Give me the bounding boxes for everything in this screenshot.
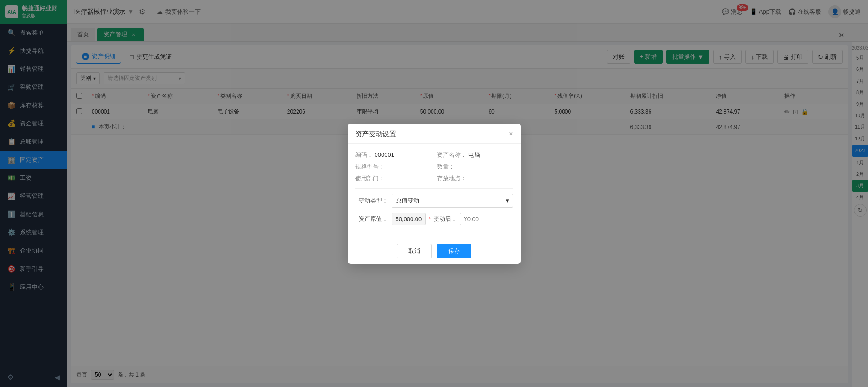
code-value: 000001 [375, 151, 394, 158]
modal-body: 编码： 000001 资产名称： 电脑 规格型号： 数量： 使用部门： [348, 144, 521, 238]
original-value-row: 资产原值： 50,000.00 * 变动后： [355, 213, 513, 225]
after-label: 变动后： [433, 215, 457, 223]
model-label: 规格型号： [355, 163, 385, 171]
modal-quantity-field: 数量： [437, 163, 513, 171]
modal-name-field: 资产名称： 电脑 [437, 151, 513, 159]
asset-name-label: 资产名称： [437, 151, 466, 159]
after-value-input[interactable] [460, 213, 520, 225]
change-type-row: 变动类型： 原值变动 ▾ [355, 194, 513, 208]
required-star: * [428, 216, 431, 223]
quantity-label: 数量： [437, 163, 455, 171]
cancel-button[interactable]: 取消 [397, 244, 432, 258]
original-control: 50,000.00 * 变动后： [392, 213, 521, 225]
modal-code-field: 编码： 000001 [355, 151, 432, 159]
modal-location-field: 存放地点： [437, 174, 513, 183]
cancel-label: 取消 [408, 248, 420, 254]
modal-info-grid: 编码： 000001 资产名称： 电脑 规格型号： 数量： 使用部门： [355, 151, 513, 189]
modal-model-field: 规格型号： [355, 163, 432, 171]
change-type-control: 原值变动 ▾ [392, 194, 513, 208]
modal-header: 资产变动设置 × [348, 124, 521, 144]
original-value: 50,000.00 [392, 213, 426, 225]
modal-close-button[interactable]: × [509, 130, 513, 138]
change-type-value: 原值变动 [396, 197, 419, 205]
modal-overlay[interactable]: 资产变动设置 × 编码： 000001 资产名称： 电脑 规格型号： 数 [0, 0, 868, 387]
change-type-chevron-icon: ▾ [506, 197, 509, 204]
save-button[interactable]: 保存 [437, 244, 471, 258]
code-label: 编码： [355, 151, 373, 159]
location-label: 存放地点： [437, 174, 466, 183]
save-label: 保存 [448, 248, 460, 254]
change-type-label: 变动类型： [355, 197, 388, 205]
original-label: 资产原值： [355, 215, 388, 223]
asset-change-modal: 资产变动设置 × 编码： 000001 资产名称： 电脑 规格型号： 数 [348, 124, 521, 264]
modal-footer: 取消 保存 [348, 238, 521, 264]
asset-name-value: 电脑 [468, 151, 480, 159]
modal-title: 资产变动设置 [355, 130, 396, 139]
department-label: 使用部门： [355, 174, 385, 183]
change-type-select[interactable]: 原值变动 ▾ [392, 194, 513, 208]
modal-department-field: 使用部门： [355, 174, 432, 183]
